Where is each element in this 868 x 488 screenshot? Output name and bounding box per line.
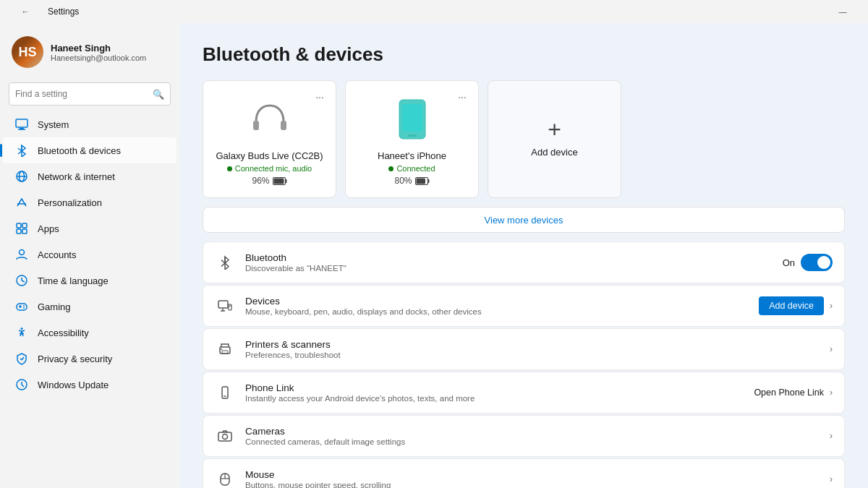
add-device-label: Add device (531, 147, 577, 158)
settings-row-phonelink[interactable]: Phone Link Instantly access your Android… (203, 372, 845, 414)
sidebar-item-system[interactable]: System (3, 111, 176, 137)
svg-rect-29 (285, 179, 286, 183)
search-container: 🔍 (0, 80, 179, 111)
printers-chevron: › (830, 344, 833, 354)
back-button[interactable]: ← (9, 0, 42, 23)
bluetooth-toggle-thumb (817, 256, 830, 269)
sidebar-item-accounts[interactable]: Accounts (3, 241, 176, 267)
mouse-row-right: › (830, 474, 833, 484)
titlebar: ← Settings — (0, 0, 868, 23)
cameras-row-icon (215, 426, 235, 446)
sidebar-label-accessibility: Accessibility (38, 328, 168, 338)
devices-row-subtitle: Mouse, keyboard, pen, audio, displays an… (245, 307, 749, 316)
search-input[interactable] (15, 89, 148, 99)
user-email: Haneetsingh@outlook.com (51, 53, 146, 62)
add-device-card[interactable]: + Add device (488, 80, 621, 198)
nav-list: System Bluetooth & devices (0, 111, 179, 398)
apps-icon (14, 221, 29, 236)
search-icon: 🔍 (153, 89, 164, 100)
bluetooth-toggle[interactable] (801, 254, 833, 271)
card-menu-phone[interactable]: ··· (454, 88, 471, 106)
devices-row-icon (215, 296, 235, 316)
printers-row-title: Printers & scanners (245, 339, 820, 350)
accounts-icon (14, 247, 29, 262)
svg-rect-11 (22, 229, 27, 234)
settings-row-devices[interactable]: Devices Mouse, keyboard, pen, audio, dis… (203, 285, 845, 327)
cameras-row-title: Cameras (245, 426, 820, 437)
sidebar-item-privacy[interactable]: Privacy & security (3, 346, 176, 372)
sidebar-item-bluetooth[interactable]: Bluetooth & devices (3, 137, 176, 163)
sidebar-label-gaming: Gaming (38, 301, 168, 312)
bluetooth-row-right: On (783, 254, 833, 271)
view-more-label: View more devices (485, 215, 563, 226)
view-more-devices[interactable]: View more devices (203, 207, 845, 233)
phonelink-row-subtitle: Instantly access your Android device's p… (245, 394, 744, 403)
card-menu-headphones[interactable]: ··· (311, 88, 328, 106)
search-box[interactable]: 🔍 (9, 82, 171, 106)
svg-line-23 (22, 357, 24, 360)
device-card-headphones: ··· Galaxy Buds Live (CC2B) Connected mi… (203, 80, 336, 198)
minimize-button[interactable]: — (826, 0, 859, 23)
status-dot-headphones (227, 166, 232, 171)
sidebar-label-bluetooth: Bluetooth & devices (38, 145, 168, 156)
settings-row-bluetooth[interactable]: Bluetooth Discoverable as "HANEET" On (203, 241, 845, 283)
phonelink-row-title: Phone Link (245, 382, 744, 393)
mouse-chevron: › (830, 474, 833, 484)
user-profile: HS Haneet Singh Haneetsingh@outlook.com (0, 29, 179, 80)
card-status-phone: Connected (357, 164, 467, 173)
battery-icon-headphones (273, 177, 287, 185)
svg-rect-32 (408, 134, 417, 137)
sidebar-item-update[interactable]: Windows Update (3, 372, 176, 398)
settings-row-printers[interactable]: Printers & scanners Preferences, trouble… (203, 328, 845, 370)
cameras-row-subtitle: Connected cameras, default image setting… (245, 437, 820, 446)
headphones-image (215, 97, 324, 142)
avatar-image: HS (12, 36, 43, 68)
svg-rect-28 (273, 178, 284, 184)
bluetooth-row-title: Bluetooth (245, 252, 773, 263)
sidebar-label-accounts: Accounts (38, 249, 168, 260)
sidebar-item-network[interactable]: Network & internet (3, 163, 176, 189)
avatar: HS (12, 36, 43, 68)
app-container: HS Haneet Singh Haneetsingh@outlook.com … (0, 23, 868, 488)
sidebar-item-personalization[interactable]: Personalization (3, 189, 176, 215)
phonelink-link-text: Open Phone Link (754, 388, 824, 398)
sidebar-item-accessibility[interactable]: Accessibility (3, 320, 176, 346)
sidebar-label-network: Network & internet (38, 171, 168, 182)
settings-row-mouse[interactable]: Mouse Buttons, mouse pointer speed, scro… (203, 458, 845, 488)
phonelink-chevron: › (830, 388, 833, 398)
sidebar-item-time[interactable]: Time & language (3, 267, 176, 294)
update-icon (14, 377, 29, 392)
bluetooth-icon (14, 143, 29, 158)
sidebar-item-gaming[interactable]: Gaming (3, 294, 176, 320)
bluetooth-row-subtitle: Discoverable as "HANEET" (245, 264, 773, 273)
printers-row-text: Printers & scanners Preferences, trouble… (245, 339, 820, 359)
svg-point-19 (23, 305, 25, 307)
phonelink-row-icon (215, 382, 235, 403)
sidebar-label-personalization: Personalization (38, 197, 168, 208)
bluetooth-row-text: Bluetooth Discoverable as "HANEET" (245, 252, 773, 273)
svg-point-12 (20, 250, 25, 255)
user-info: Haneet Singh Haneetsingh@outlook.com (51, 43, 146, 62)
svg-rect-0 (16, 119, 27, 127)
phone-image (357, 97, 467, 142)
system-icon (14, 117, 29, 132)
cameras-row-text: Cameras Connected cameras, default image… (245, 426, 820, 446)
cameras-chevron: › (830, 431, 833, 441)
svg-rect-37 (218, 301, 228, 308)
printers-row-right: › (830, 344, 833, 354)
mouse-row-subtitle: Buttons, mouse pointer speed, scrolling (245, 481, 820, 488)
sidebar-item-apps[interactable]: Apps (3, 215, 176, 241)
content-area: Bluetooth & devices ··· Galaxy Buds Live… (179, 23, 868, 488)
devices-row-text: Devices Mouse, keyboard, pen, audio, dis… (245, 296, 749, 316)
card-battery-headphones: 96% (215, 176, 324, 186)
bluetooth-toggle-container: On (783, 254, 833, 271)
devices-add-device-button[interactable]: Add device (759, 296, 824, 315)
mouse-row-icon (215, 469, 235, 488)
printers-row-icon (215, 339, 235, 359)
cameras-row-right: › (830, 431, 833, 441)
bluetooth-toggle-track (801, 254, 833, 271)
settings-row-cameras[interactable]: Cameras Connected cameras, default image… (203, 415, 845, 457)
status-dot-phone (388, 166, 393, 171)
gaming-icon (14, 299, 29, 314)
device-cards-row: ··· Galaxy Buds Live (CC2B) Connected mi… (203, 80, 845, 198)
